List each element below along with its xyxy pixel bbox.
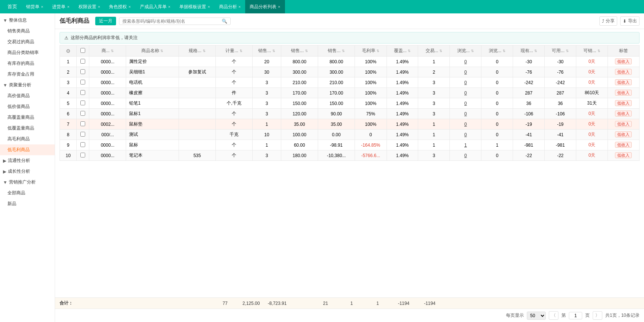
sidebar-item-low-coverage[interactable]: 低覆盖量商品 xyxy=(0,123,55,134)
row-view1[interactable]: 0 xyxy=(450,98,481,109)
row-select-checkbox[interactable] xyxy=(80,142,85,147)
row-coverage: 1.49% xyxy=(387,109,418,119)
time-filter-btn[interactable]: 近一月 xyxy=(95,17,116,25)
row-sale-price: 300.00 xyxy=(281,67,318,77)
row-name[interactable]: 电话机 xyxy=(126,77,179,88)
col-trade-header[interactable]: 交易... ⇅ xyxy=(418,45,450,57)
sidebar-group-cluster[interactable]: ▼ 类聚量分析 xyxy=(0,80,55,90)
row-name[interactable]: 测试 xyxy=(126,130,179,140)
row-select-checkbox[interactable] xyxy=(80,121,85,126)
col-sellable-header[interactable]: 可销... ⇅ xyxy=(576,45,608,57)
col-code-header[interactable]: 商... ⇅ xyxy=(89,45,126,57)
nav-template-close[interactable]: × xyxy=(208,4,210,9)
row-select-checkbox[interactable] xyxy=(80,132,85,137)
row-view1[interactable]: 0 xyxy=(450,88,481,98)
row-select-checkbox[interactable] xyxy=(80,111,85,116)
col-tag-header[interactable]: 标签 xyxy=(608,45,639,57)
sidebar-item-high-profit[interactable]: 高毛利商品 xyxy=(0,134,55,144)
row-view1[interactable]: 0 xyxy=(450,77,481,88)
nav-sales-close[interactable]: × xyxy=(41,4,43,9)
sidebar-item-stock-capital[interactable]: 库存资金占用 xyxy=(0,69,55,80)
sidebar-item-all-goods[interactable]: 全部商品 xyxy=(0,188,55,198)
nav-sales[interactable]: 销货单 × xyxy=(22,0,48,13)
col-saleprice-header[interactable]: 销售... ⇅ xyxy=(281,45,318,57)
col-name-header[interactable]: 商品名称 ⇅ xyxy=(126,45,179,57)
col-grossrate-header[interactable]: 毛利率 ⇅ xyxy=(355,45,387,57)
row-select-checkbox[interactable] xyxy=(80,59,85,64)
sidebar-item-in-stock[interactable]: 有库存的商品 xyxy=(0,58,55,69)
nav-purchase[interactable]: 进货单 × xyxy=(48,0,74,13)
nav-product-analysis-list[interactable]: 商品分析列表 × xyxy=(245,0,285,13)
row-view1[interactable]: 0 xyxy=(450,67,481,77)
row-name[interactable]: 橡皮擦 xyxy=(126,88,179,98)
nav-product-analysis-close[interactable]: × xyxy=(238,4,241,9)
share-btn[interactable]: ⤴ 分享 xyxy=(599,16,617,26)
row-view1[interactable]: 0 xyxy=(450,150,481,161)
nav-product-analysis-list-close[interactable]: × xyxy=(278,4,280,9)
row-view1[interactable]: 0 xyxy=(450,119,481,130)
col-unit-header[interactable]: 计量... ⇅ xyxy=(215,45,252,57)
nav-role-close[interactable]: × xyxy=(128,4,131,9)
col-avail-header[interactable]: 可用... ⇅ xyxy=(545,45,576,57)
row-view1[interactable]: 0 xyxy=(450,130,481,140)
row-spec xyxy=(179,88,215,98)
sidebar-item-low-profit[interactable]: 低毛利商品 xyxy=(0,144,55,155)
prev-page-btn[interactable]: 〈 xyxy=(549,311,558,320)
sidebar-item-high-value[interactable]: 高价值商品 xyxy=(0,90,55,101)
sidebar-group-overall[interactable]: ▼ 整体信息 xyxy=(0,15,55,26)
col-saletotal-header[interactable]: 销售... ⇅ xyxy=(318,45,355,57)
row-select-checkbox[interactable] xyxy=(80,80,85,85)
sidebar-item-high-coverage[interactable]: 高覆盖量商品 xyxy=(0,112,55,123)
col-coverage-header[interactable]: 覆盖... ⇅ xyxy=(387,45,418,57)
nav-product-in[interactable]: 产成品入库单 × xyxy=(135,0,175,13)
col-view2-header[interactable]: 浏览... ⇅ xyxy=(481,45,513,57)
row-view1[interactable]: 1 xyxy=(450,140,481,150)
col-stock-header[interactable]: 现有... ⇅ xyxy=(513,45,545,57)
sidebar-item-sales-goods[interactable]: 销售类商品 xyxy=(0,26,55,36)
nav-product-in-close[interactable]: × xyxy=(168,4,170,9)
row-select-checkbox[interactable] xyxy=(80,153,85,157)
row-view1[interactable]: 0 xyxy=(450,109,481,119)
nav-role[interactable]: 角色授权 × xyxy=(105,0,135,13)
sidebar-group-marketing[interactable]: ▼ 营销推广分析 xyxy=(0,177,55,188)
row-num: 7 xyxy=(60,119,77,130)
row-name[interactable]: 鼠标1 xyxy=(126,109,179,119)
nav-permission-close[interactable]: × xyxy=(98,4,100,9)
sidebar-item-new-goods[interactable]: 新品 xyxy=(0,198,55,209)
col-saleqty-header[interactable]: 销售... ⇅ xyxy=(253,45,281,57)
row-name[interactable]: 铅笔1 xyxy=(126,98,179,109)
nav-purchase-close[interactable]: × xyxy=(67,4,69,9)
sidebar-item-traded-goods[interactable]: 交易过的商品 xyxy=(0,36,55,47)
nav-template[interactable]: 单据模板设置 × xyxy=(175,0,214,13)
row-sale-total: -10,380... xyxy=(318,150,355,161)
row-select-checkbox[interactable] xyxy=(80,69,85,74)
row-code: 0000... xyxy=(89,109,126,119)
row-gross-rate: 100% xyxy=(355,57,387,67)
col-spec-header[interactable]: 规格... ⇅ xyxy=(179,45,215,57)
nav-home[interactable]: 首页 xyxy=(3,0,22,13)
search-input[interactable] xyxy=(122,19,222,24)
sidebar-group-growth[interactable]: ▶ 成长性分析 xyxy=(0,166,55,177)
row-name[interactable]: 属性定价 xyxy=(126,57,179,67)
next-page-btn[interactable]: 〉 xyxy=(593,311,602,320)
row-view2: 0 xyxy=(481,150,513,161)
sidebar-item-category-rate[interactable]: 商品分类助销率 xyxy=(0,47,55,58)
page-input[interactable] xyxy=(569,312,582,319)
per-page-select[interactable]: 50 100 200 xyxy=(527,312,546,320)
col-view1-header[interactable]: 浏览... ⇅ xyxy=(450,45,481,57)
nav-product-analysis[interactable]: 商品分析 × xyxy=(215,0,245,13)
row-name[interactable]: 鼠标垫 xyxy=(126,119,179,130)
sidebar-group-flow[interactable]: ▶ 流通性分析 xyxy=(0,155,55,166)
row-select-checkbox[interactable] xyxy=(80,90,85,95)
row-name[interactable]: 鼠标 xyxy=(126,140,179,150)
row-select-checkbox[interactable] xyxy=(80,101,85,105)
row-name[interactable]: 吴细细1 xyxy=(126,67,179,77)
row-name[interactable]: 笔记本 xyxy=(126,150,179,161)
select-all-checkbox[interactable] xyxy=(80,48,85,53)
export-btn[interactable]: ⬇ 导出 xyxy=(620,16,640,26)
row-view1[interactable]: 0 xyxy=(450,57,481,67)
row-gross-rate: 100% xyxy=(355,67,387,77)
col-settings[interactable]: ⚙ xyxy=(60,45,77,57)
nav-permission[interactable]: 权限设置 × xyxy=(74,0,105,13)
sidebar-item-low-value[interactable]: 低价值商品 xyxy=(0,101,55,112)
